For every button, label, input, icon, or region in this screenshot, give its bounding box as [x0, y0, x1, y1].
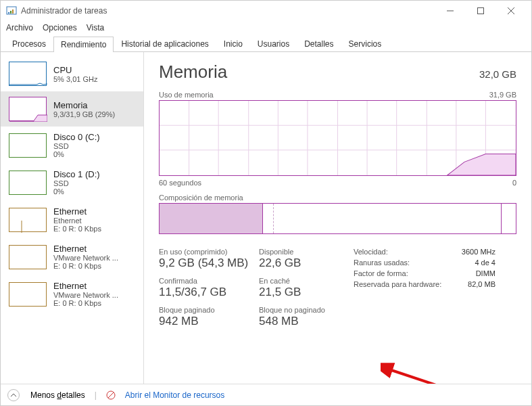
svg-rect-3	[12, 9, 14, 14]
memory-usage-chart[interactable]	[159, 100, 516, 176]
stat-label: Bloque no paginado	[259, 306, 340, 314]
sidebar-item-label: Memoria	[53, 100, 135, 110]
comp-modified	[263, 204, 274, 233]
chart-axis-right: 0	[512, 179, 516, 187]
sidebar-item-cpu[interactable]: CPU 5% 3,01 GHz	[1, 56, 143, 91]
stat-value-speed: 3600 MHz	[462, 248, 495, 256]
tab-details[interactable]: Detalles	[297, 36, 341, 51]
ethernet-thumb-icon	[9, 208, 47, 232]
annotation-arrow-icon	[381, 362, 475, 384]
sidebar-item-disk1[interactable]: Disco 1 (D:) SSD 0%	[1, 164, 143, 201]
tab-startup[interactable]: Inicio	[216, 36, 250, 51]
content-area: CPU 5% 3,01 GHz Memoria 9,3/31,9 GB (29%…	[1, 52, 531, 384]
chevron-up-icon[interactable]	[7, 389, 20, 401]
stat-value-cached: 21,5 GB	[259, 286, 340, 299]
stat-label: Disponible	[259, 248, 340, 256]
performance-sidebar[interactable]: CPU 5% 3,01 GHz Memoria 9,3/31,9 GB (29%…	[1, 52, 144, 384]
svg-rect-1	[8, 12, 9, 14]
disk-thumb-icon	[9, 171, 47, 195]
stat-value-nonpaged: 548 MB	[259, 315, 340, 328]
minimize-button[interactable]	[435, 1, 465, 21]
svg-rect-2	[10, 11, 11, 14]
svg-line-24	[387, 369, 468, 384]
footer-bar: Menos detalles | Abrir el Monitor de rec…	[1, 384, 531, 405]
sidebar-item-memory[interactable]: Memoria 9,3/31,9 GB (29%)	[1, 91, 143, 127]
stats-block: En uso (comprimido)9,2 GB (54,3 MB) Disp…	[159, 248, 516, 328]
chart-axis-left: 60 segundos	[159, 179, 201, 187]
tab-apphistory[interactable]: Historial de aplicaciones	[114, 36, 216, 51]
stat-label: Velocidad:	[354, 248, 388, 256]
close-button[interactable]	[495, 1, 526, 21]
composition-label: Composición de memoria	[159, 194, 516, 202]
comp-free	[502, 204, 516, 233]
cpu-thumb-icon	[9, 62, 47, 86]
task-manager-window: Administrador de tareas Archivo Opciones…	[0, 0, 532, 406]
sidebar-item-disk0[interactable]: Disco 0 (C:) SSD 0%	[1, 127, 143, 164]
memory-capacity: 32,0 GB	[479, 68, 516, 80]
tab-performance[interactable]: Rendimiento	[53, 37, 114, 52]
memory-composition-bar[interactable]	[159, 203, 516, 234]
maximize-button[interactable]	[465, 1, 495, 21]
stat-value-reserved: 82,0 MB	[468, 280, 495, 288]
stat-label: Reservada para hardware:	[354, 280, 441, 288]
page-title: Memoria	[159, 62, 227, 83]
window-title: Administrador de tareas	[21, 6, 435, 16]
stat-label: Confirmada	[159, 277, 259, 285]
svg-marker-8	[9, 115, 47, 122]
comp-standby	[274, 204, 502, 233]
menubar: Archivo Opciones Vista	[1, 21, 531, 35]
comp-inuse	[160, 204, 263, 233]
stat-value-form: DIMM	[476, 269, 495, 277]
sidebar-item-eth0[interactable]: Ethernet Ethernet E: 0 R: 0 Kbps	[1, 201, 143, 238]
stat-value-committed: 11,5/36,7 GB	[159, 286, 259, 299]
chart-grid	[160, 101, 516, 175]
stat-value-available: 22,6 GB	[259, 256, 340, 270]
ethernet-thumb-icon	[9, 282, 47, 307]
tab-services[interactable]: Servicios	[341, 36, 389, 51]
ethernet-thumb-icon	[9, 245, 47, 269]
stat-value-inuse: 9,2 GB (54,3 MB)	[159, 256, 259, 270]
fewer-details-link[interactable]: Menos detalles	[30, 390, 85, 400]
titlebar[interactable]: Administrador de tareas	[1, 1, 531, 21]
sidebar-item-eth1[interactable]: Ethernet VMware Network ... E: 0 R: 0 Kb…	[1, 238, 143, 275]
stat-label: En caché	[259, 277, 340, 285]
tabbar: Procesos Rendimiento Historial de aplica…	[1, 36, 531, 52]
open-resmon-link[interactable]: Abrir el Monitor de recursos	[125, 390, 224, 400]
tab-processes[interactable]: Procesos	[5, 36, 53, 51]
sidebar-item-label: Disco 1 (D:)	[53, 169, 135, 179]
svg-marker-23	[448, 154, 516, 175]
sidebar-item-label: CPU	[53, 65, 135, 75]
sidebar-item-label: Ethernet	[53, 206, 135, 217]
disk-thumb-icon	[9, 133, 47, 158]
main-panel: Memoria 32,0 GB Uso de memoria 31,9 GB 6…	[144, 52, 531, 384]
menu-options[interactable]: Opciones	[43, 23, 77, 32]
stat-label: Ranuras usadas:	[354, 258, 410, 267]
stat-value-slots: 4 de 4	[475, 258, 495, 267]
menu-view[interactable]: Vista	[87, 23, 104, 32]
sidebar-item-label: Ethernet	[53, 244, 135, 254]
svg-line-26	[108, 392, 114, 398]
sidebar-item-eth2[interactable]: Ethernet VMware Network ... E: 0 R: 0 Kb…	[1, 275, 143, 313]
chart-max: 31,9 GB	[489, 91, 516, 99]
stat-label: Bloque paginado	[159, 306, 259, 314]
stat-value-paged: 942 MB	[159, 315, 259, 328]
sidebar-item-label: Disco 0 (C:)	[53, 132, 135, 142]
sidebar-item-label: Ethernet	[53, 281, 135, 291]
svg-rect-5	[477, 8, 483, 14]
resmon-icon	[106, 390, 116, 400]
tab-users[interactable]: Usuarios	[250, 36, 297, 51]
memory-thumb-icon	[9, 97, 47, 121]
chart-label: Uso de memoria	[159, 91, 214, 99]
stat-label: En uso (comprimido)	[159, 248, 259, 256]
taskmgr-icon	[6, 5, 17, 16]
menu-file[interactable]: Archivo	[6, 23, 33, 32]
stat-label: Factor de forma:	[354, 269, 408, 277]
